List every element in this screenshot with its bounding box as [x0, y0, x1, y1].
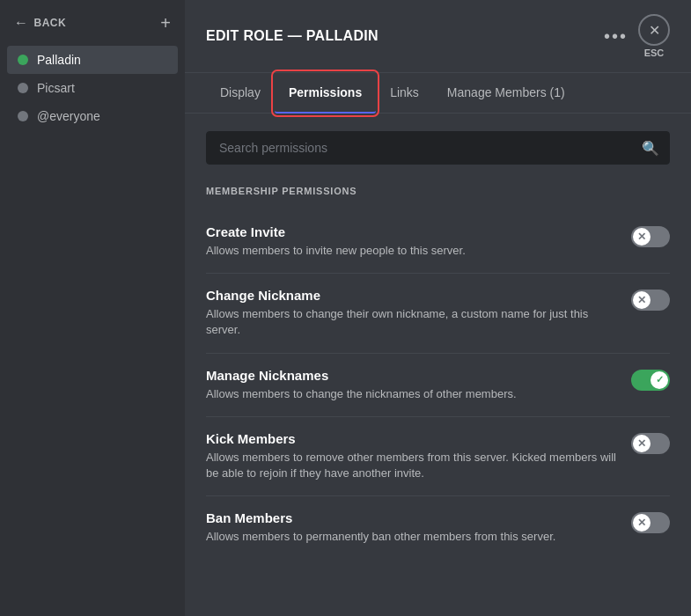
perm-desc-kick-members: Allows members to remove other members f… [206, 450, 617, 481]
sidebar-items-list: PalladinPicsart@everyone [7, 46, 178, 130]
page-title: EDIT ROLE — PALLADIN [206, 28, 379, 44]
esc-icon: ✕ [649, 22, 660, 39]
dot-palladin [18, 55, 28, 65]
esc-button[interactable]: ✕ ESC [638, 14, 670, 58]
perm-text-manage-nicknames: Manage NicknamesAllows members to change… [206, 368, 617, 402]
sidebar-label-everyone: @everyone [37, 109, 100, 123]
sidebar-item-palladin[interactable]: Palladin [7, 46, 178, 74]
toggle-x-icon-create-invite: ✕ [637, 231, 646, 242]
more-options-button[interactable]: ••• [604, 26, 628, 47]
sidebar-item-everyone[interactable]: @everyone [7, 102, 178, 130]
permissions-list: Create InviteAllows members to invite ne… [206, 210, 670, 559]
permission-item-manage-nicknames: Manage NicknamesAllows members to change… [206, 354, 670, 417]
toggle-change-nickname[interactable]: ✕ [631, 290, 670, 311]
toggle-x-icon-ban-members: ✕ [637, 517, 646, 528]
sidebar-item-picsart[interactable]: Picsart [7, 74, 178, 102]
toggle-knob-manage-nicknames: ✓ [651, 371, 668, 389]
perm-text-kick-members: Kick MembersAllows members to remove oth… [206, 431, 617, 481]
esc-label: ESC [644, 48, 665, 58]
header-actions: ••• ✕ ESC [604, 14, 670, 58]
perm-name-ban-members: Ban Members [206, 510, 617, 525]
toggle-knob-create-invite: ✕ [633, 228, 651, 246]
permission-item-change-nickname: Change NicknameAllows members to change … [206, 274, 670, 353]
section-title: MEMBERSHIP PERMISSIONS [206, 186, 670, 196]
permission-item-kick-members: Kick MembersAllows members to remove oth… [206, 417, 670, 496]
sidebar: ← BACK + PalladinPicsart@everyone [0, 0, 185, 616]
perm-name-change-nickname: Change Nickname [206, 288, 617, 303]
perm-text-ban-members: Ban MembersAllows members to permanently… [206, 510, 617, 545]
tabs-bar: DisplayPermissionsLinksManage Members (1… [185, 73, 691, 114]
esc-circle: ✕ [638, 14, 670, 46]
toggle-knob-change-nickname: ✕ [633, 291, 651, 309]
tab-links[interactable]: Links [376, 73, 433, 114]
back-arrow-icon: ← [14, 15, 29, 31]
toggle-x-icon-change-nickname: ✕ [637, 295, 646, 305]
sidebar-label-palladin: Palladin [37, 53, 81, 67]
search-bar: 🔍 [206, 131, 670, 165]
perm-desc-ban-members: Allows members to permanently ban other … [206, 529, 617, 545]
permission-item-create-invite: Create InviteAllows members to invite ne… [206, 210, 670, 274]
tab-manage-members[interactable]: Manage Members (1) [433, 73, 579, 114]
dot-everyone [18, 111, 28, 121]
search-input[interactable] [206, 131, 670, 165]
sidebar-header: ← BACK + [7, 14, 178, 46]
toggle-manage-nicknames[interactable]: ✓ [631, 370, 670, 391]
main-header: EDIT ROLE — PALLADIN ••• ✕ ESC [185, 0, 691, 73]
toggle-ban-members[interactable]: ✕ [631, 512, 670, 533]
toggle-check-icon-manage-nicknames: ✓ [656, 374, 664, 385]
permission-item-ban-members: Ban MembersAllows members to permanently… [206, 496, 670, 559]
perm-name-kick-members: Kick Members [206, 431, 617, 446]
perm-desc-change-nickname: Allows members to change their own nickn… [206, 306, 617, 338]
sidebar-label-picsart: Picsart [37, 81, 75, 95]
toggle-knob-ban-members: ✕ [633, 514, 651, 532]
perm-name-manage-nicknames: Manage Nicknames [206, 368, 617, 383]
toggle-kick-members[interactable]: ✕ [631, 433, 670, 454]
perm-name-create-invite: Create Invite [206, 224, 617, 239]
tab-permissions[interactable]: Permissions [275, 73, 376, 114]
perm-desc-manage-nicknames: Allows members to change the nicknames o… [206, 386, 617, 402]
content-area: 🔍 MEMBERSHIP PERMISSIONS Create InviteAl… [185, 114, 691, 616]
toggle-x-icon-kick-members: ✕ [637, 438, 646, 449]
toggle-knob-kick-members: ✕ [633, 435, 651, 452]
perm-text-change-nickname: Change NicknameAllows members to change … [206, 288, 617, 338]
back-label: BACK [34, 17, 67, 29]
add-button[interactable]: + [160, 14, 171, 32]
tab-display[interactable]: Display [206, 73, 275, 114]
dot-picsart [18, 83, 28, 93]
toggle-create-invite[interactable]: ✕ [631, 226, 670, 247]
main-panel: EDIT ROLE — PALLADIN ••• ✕ ESC DisplayPe… [185, 0, 691, 616]
search-icon: 🔍 [642, 140, 659, 157]
perm-text-create-invite: Create InviteAllows members to invite ne… [206, 224, 617, 259]
back-button[interactable]: ← BACK [14, 15, 66, 31]
perm-desc-create-invite: Allows members to invite new people to t… [206, 243, 617, 259]
